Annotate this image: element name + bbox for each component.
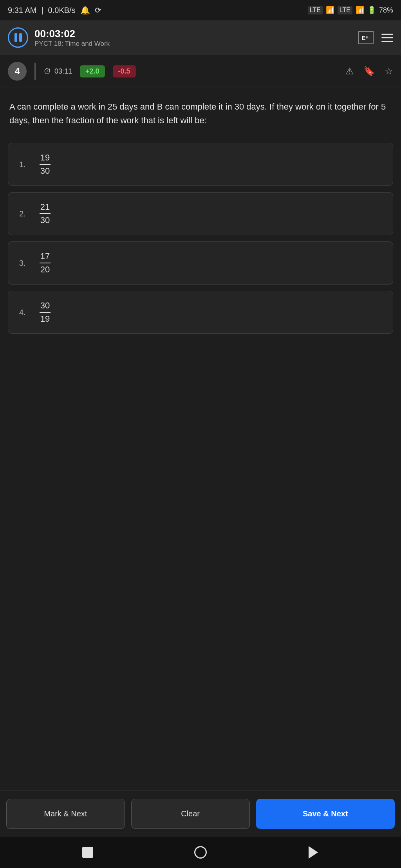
lte-icon: LTE xyxy=(308,6,323,14)
top-bar: 00:03:02 PYCT 18: Time and Work E SI xyxy=(0,20,401,55)
exam-title: PYCT 18: Time and Work xyxy=(34,40,110,48)
top-bar-left: 00:03:02 PYCT 18: Time and Work xyxy=(8,27,110,48)
english-icon: E SI xyxy=(358,31,374,44)
option-4-denominator: 19 xyxy=(40,313,51,324)
nav-circle-icon xyxy=(194,846,207,859)
clear-button[interactable]: Clear xyxy=(131,799,250,829)
signal2-icon: 📶 xyxy=(356,6,364,14)
header-action-icons: ⚠ 🔖 ☆ xyxy=(345,66,393,77)
option-3-number: 3. xyxy=(19,259,32,268)
save-next-button[interactable]: Save & Next xyxy=(256,799,395,829)
timer-display: 00:03:02 xyxy=(34,28,110,40)
option-3[interactable]: 3. 17 20 xyxy=(8,241,393,285)
status-time: 9:31 AM xyxy=(8,6,36,15)
option-2-fraction: 21 30 xyxy=(40,202,51,225)
option-4-numerator: 30 xyxy=(40,301,51,313)
option-1[interactable]: 1. 19 30 xyxy=(8,143,393,186)
top-bar-right: E SI xyxy=(358,31,393,44)
nav-back-icon xyxy=(309,846,318,859)
battery-icon: 🔋 xyxy=(367,6,376,14)
option-4-fraction: 30 19 xyxy=(40,301,51,324)
content-spacer xyxy=(0,566,401,791)
options-container: 1. 19 30 2. 21 30 3. 17 20 4. 30 19 xyxy=(0,135,401,566)
option-1-fraction: 19 30 xyxy=(40,153,51,176)
status-bar: 9:31 AM | 0.0KB/s 🔔 ⟳ LTE 📶 LTE 📶 🔋 78% xyxy=(0,0,401,20)
star-icon[interactable]: ☆ xyxy=(385,66,393,77)
nav-square-button[interactable] xyxy=(81,845,95,859)
option-3-denominator: 20 xyxy=(40,263,51,275)
status-right: LTE 📶 LTE 📶 🔋 78% xyxy=(308,6,393,14)
clock-icon: ⏱ xyxy=(43,67,51,76)
option-4[interactable]: 4. 30 19 xyxy=(8,291,393,334)
option-1-numerator: 19 xyxy=(40,153,51,165)
lte2-icon: LTE xyxy=(338,6,352,14)
data-icon: ⟳ xyxy=(95,5,101,15)
menu-button[interactable] xyxy=(381,34,393,42)
english-label: E xyxy=(362,34,366,41)
option-2[interactable]: 2. 21 30 xyxy=(8,192,393,235)
question-number: 4 xyxy=(8,62,27,81)
signal-icon: 📶 xyxy=(326,6,334,14)
negative-mark-badge: -0.5 xyxy=(113,65,136,77)
pause-icon xyxy=(14,33,22,42)
status-network-speed: 0.0KB/s xyxy=(48,6,76,15)
option-2-denominator: 30 xyxy=(40,214,51,225)
option-3-numerator: 17 xyxy=(40,251,51,263)
battery-percent: 78% xyxy=(379,6,393,14)
question-body: A can complete a work in 25 days and B c… xyxy=(0,88,401,135)
bottom-buttons: Mark & Next Clear Save & Next xyxy=(0,791,401,837)
status-left: 9:31 AM | 0.0KB/s 🔔 ⟳ xyxy=(8,5,101,15)
bookmark-icon[interactable]: 🔖 xyxy=(363,66,375,77)
option-2-number: 2. xyxy=(19,209,32,218)
correct-mark-badge: +2.0 xyxy=(80,65,105,77)
option-2-numerator: 21 xyxy=(40,202,51,214)
timer-info: 00:03:02 PYCT 18: Time and Work xyxy=(34,28,110,48)
status-network: | xyxy=(41,6,43,15)
question-text: A can complete a work in 25 days and B c… xyxy=(9,102,386,125)
option-1-denominator: 30 xyxy=(40,165,51,176)
nav-bar xyxy=(0,837,401,868)
nav-back-button[interactable] xyxy=(306,845,320,859)
si-label: SI xyxy=(366,35,370,40)
option-3-fraction: 17 20 xyxy=(40,251,51,275)
option-4-number: 4. xyxy=(19,308,32,317)
question-header: 4 ⏱ 03:11 +2.0 -0.5 ⚠ 🔖 ☆ xyxy=(0,55,401,88)
nav-square-icon xyxy=(82,847,93,858)
mark-next-button[interactable]: Mark & Next xyxy=(6,799,125,829)
question-timer: ⏱ 03:11 xyxy=(43,67,72,76)
option-1-number: 1. xyxy=(19,160,32,169)
pause-button[interactable] xyxy=(8,27,28,48)
warning-icon[interactable]: ⚠ xyxy=(345,66,354,77)
header-divider xyxy=(34,63,36,80)
silent-icon: 🔔 xyxy=(80,5,90,15)
question-time: 03:11 xyxy=(54,67,72,76)
nav-home-button[interactable] xyxy=(193,845,208,859)
